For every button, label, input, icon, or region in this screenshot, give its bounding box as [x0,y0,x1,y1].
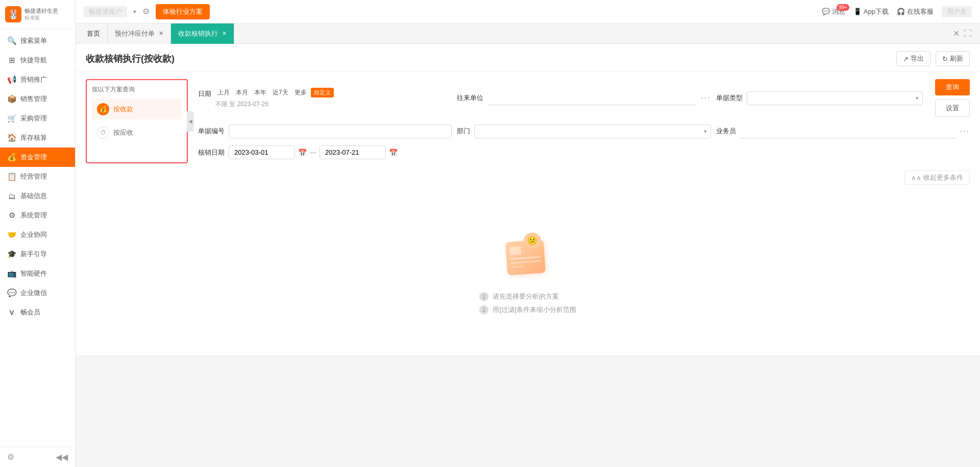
logo-text: 畅捷通好生意 标准版 [24,7,58,21]
sidebar-item-system[interactable]: ⚙ 系统管理 [0,206,75,225]
date-dash: — [310,149,316,156]
doc-no-label: 单据编号 [198,127,225,136]
receivable-icon: ⏱ [97,127,109,139]
sidebar-item-member[interactable]: V 畅会员 [0,303,75,322]
gear-icon[interactable]: ⚙ [142,7,150,16]
this-month-btn[interactable]: 本月 [234,87,250,98]
page-actions: ↗ 导出 ↻ 刷新 [896,51,970,66]
query-button[interactable]: 查询 [935,79,970,95]
verify-start-calendar-icon[interactable]: 📅 [298,149,307,157]
sidebar-nav: 🔍 搜索菜单 ⊞ 快捷导航 📢 营销推广 📦 销售管理 🛒 采购管理 🏠 库存核… [0,29,75,447]
this-year-btn[interactable]: 本年 [252,87,268,98]
tabbar: 首页 预付冲应付单 ✕ 收款核销执行 ✕ ✕ ⛶ [76,23,980,44]
message-icon: 💬 [822,8,830,15]
export-button[interactable]: ↗ 导出 [896,51,930,66]
tab-home[interactable]: 首页 [80,23,108,44]
sidebar-item-quick-nav[interactable]: ⊞ 快捷导航 [0,51,75,70]
sidebar-item-marketing[interactable]: 📢 营销推广 [0,70,75,89]
sidebar-item-guide[interactable]: 🎓 新手引导 [0,244,75,264]
verify-date-start-input[interactable] [229,145,295,159]
sidebar-item-enterprise[interactable]: 🤝 企业协同 [0,225,75,244]
collapse-row: ∧∧ 收起更多条件 [76,170,980,190]
tab-home-label: 首页 [87,29,100,38]
sales-icon: 📦 [7,94,16,104]
sidebar-item-finance[interactable]: 💰 资金管理 [0,148,75,167]
sidebar-item-inventory[interactable]: 🏠 库存核算 [0,128,75,148]
service-icon: 🎧 [897,8,905,15]
query-actions: 查询 设置 [935,79,970,117]
topbar: 畅捷通账户 ▾ ⚙ 体验行业方案 💬 消息 99+ 📱 App下载 🎧 在线客服… [76,0,980,23]
doc-type-label: 单据类型 [716,93,743,103]
sidebar-item-hardware[interactable]: 📺 智能硬件 [0,264,75,283]
counterpart-more-btn[interactable]: ··· [701,93,710,103]
app-download-button[interactable]: 📱 App下载 [853,7,889,16]
dept-label: 部门 [457,127,470,136]
empty-hint-1: 1 请先选择要分析的方案 [479,292,576,301]
more-date-btn[interactable]: 更多 [292,87,309,98]
collapse-more-button[interactable]: ∧∧ 收起更多条件 [904,170,970,185]
system-icon: ⚙ [7,211,16,220]
empty-hints: 1 请先选择要分析的方案 2 用[过滤]条件来缩小分析范围 [479,292,576,314]
date-range-display: 不限 至 2023-07-26 [215,100,334,109]
last-month-btn[interactable]: 上月 [215,87,232,98]
tab-prepay[interactable]: 预付冲应付单 ✕ [108,23,171,44]
brand-placeholder: 畅捷通账户 [84,6,127,17]
staff-field: 业务员 ··· [716,124,970,138]
filter-option-by-receivable[interactable]: ⏱ 按应收 [92,122,182,143]
member-icon: V [7,309,16,316]
verify-date-end-input[interactable] [320,145,386,159]
page: 收款核销执行(按收款) ↗ 导出 ↻ 刷新 按以下方案查询 [76,44,980,355]
refresh-button[interactable]: ↻ 刷新 [936,51,970,66]
hint-2-num: 2 [479,305,488,314]
custom-date-btn[interactable]: 自定义 [311,88,334,97]
settings-icon[interactable]: ⚙ [7,452,14,462]
verify-date-field: 核销日期 📅 — 📅 [198,145,970,159]
filter-collapse-btn[interactable]: ◀ [187,111,194,132]
wechat-icon: 💬 [7,288,16,298]
message-button[interactable]: 💬 消息 99+ [822,7,845,16]
tab-prepay-close[interactable]: ✕ [159,30,163,37]
sidebar-item-sales[interactable]: 📦 销售管理 [0,89,75,109]
settings-button[interactable]: 设置 [935,100,970,117]
last-7-days-btn[interactable]: 近7天 [271,87,290,98]
sidebar-item-search[interactable]: 🔍 搜索菜单 [0,31,75,51]
sidebar-item-purchase[interactable]: 🛒 采购管理 [0,109,75,128]
doc-no-input[interactable] [229,125,452,138]
tab-collection[interactable]: 收款核销执行 ✕ [171,23,234,44]
tab-collection-close[interactable]: ✕ [222,30,227,37]
dept-field: 部门 [457,125,710,138]
empty-hint-2: 2 用[过滤]条件来缩小分析范围 [479,305,576,314]
staff-label: 业务员 [716,127,736,136]
tab-prepay-label: 预付冲应付单 [115,29,155,38]
collapse-sidebar-icon[interactable]: ◀◀ [56,452,68,462]
sidebar-footer: ⚙ ◀◀ [0,447,75,467]
search-icon: 🔍 [7,36,16,45]
doc-type-field: 单据类型 查询 设置 [716,79,970,117]
date-field: 日期 上月 本月 本年 近7天 更多 自定义 不限 至 [198,87,452,109]
service-button[interactable]: 🎧 在线客服 [897,7,934,16]
close-tab-icon[interactable]: ✕ [953,29,960,38]
app-icon: 📱 [853,8,862,15]
sidebar-item-wechat[interactable]: 💬 企业微信 [0,283,75,303]
sidebar-item-operations[interactable]: 📋 经营管理 [0,167,75,186]
verify-date-label: 核销日期 [198,148,225,157]
topbar-left: 畅捷通账户 ▾ ⚙ 体验行业方案 [84,4,210,19]
dept-select[interactable] [474,125,710,138]
counterpart-field: 往来单位 ··· [457,91,710,105]
doc-type-select[interactable] [747,91,923,105]
filter-option-by-receipt[interactable]: 💰 按收款 [92,99,182,119]
verify-end-calendar-icon[interactable]: 📅 [389,149,398,157]
filter-panel-title: 按以下方案查询 [92,85,182,94]
staff-more-btn[interactable]: ··· [960,127,970,136]
date-quick-btns: 上月 本月 本年 近7天 更多 自定义 [215,87,334,98]
maximize-icon[interactable]: ⛶ [964,29,972,38]
content-area: 收款核销执行(按收款) ↗ 导出 ↻ 刷新 按以下方案查询 [76,44,980,467]
marketing-icon: 📢 [7,75,16,84]
enterprise-icon: 🤝 [7,230,16,239]
dropdown-icon[interactable]: ▾ [133,8,136,15]
sidebar-item-basic[interactable]: 🗂 基础信息 [0,186,75,206]
user-info: 用户名 [942,6,972,17]
solution-button[interactable]: 体验行业方案 [156,4,210,19]
message-badge: 99+ [837,4,849,11]
empty-state: 😕 1 请先选择要分析的方案 2 用[过滤]条件来缩小分析范围 [76,190,980,355]
